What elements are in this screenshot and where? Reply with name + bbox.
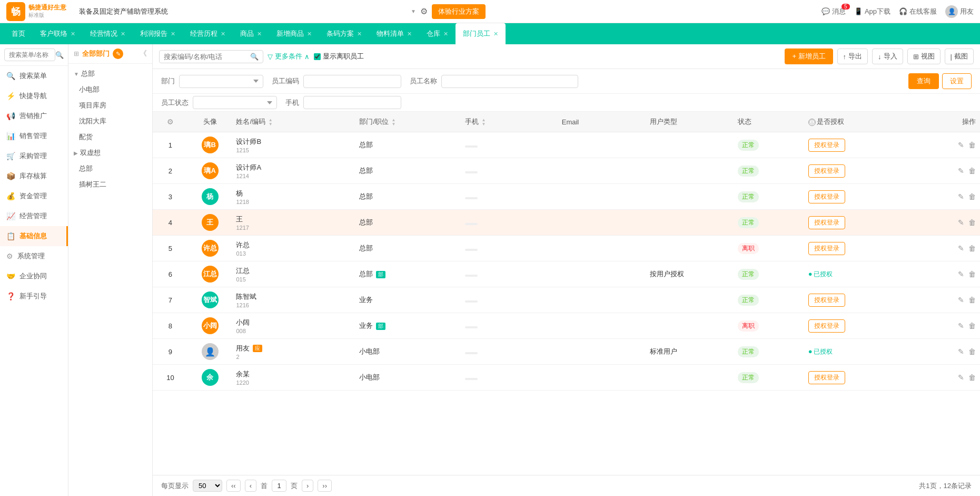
sidebar-item-finance[interactable]: 💰 资金管理 bbox=[0, 186, 68, 206]
search-employee-input[interactable] bbox=[164, 53, 248, 61]
sidebar-item-quicknav[interactable]: ⚡ 快捷导航 bbox=[0, 86, 68, 106]
close-icon[interactable]: ✕ bbox=[443, 31, 448, 37]
sidebar-search[interactable]: 🔍 bbox=[0, 44, 68, 66]
delete-icon[interactable]: 🗑 bbox=[968, 218, 976, 227]
tree-edit-button[interactable]: ✎ bbox=[113, 48, 123, 59]
auth-login-button[interactable]: 授权登录 bbox=[808, 139, 845, 152]
edit-icon[interactable]: ✎ bbox=[958, 167, 964, 175]
trial-button[interactable]: 体验行业方案 bbox=[432, 4, 486, 19]
sidebar-item-system[interactable]: ⚙ 系统管理 bbox=[0, 246, 68, 266]
close-icon[interactable]: ✕ bbox=[357, 31, 362, 37]
auth-login-button[interactable]: 授权登录 bbox=[808, 242, 845, 255]
nav-tab-profit[interactable]: 利润报告 ✕ bbox=[133, 23, 183, 44]
setting-button[interactable]: 设置 bbox=[942, 73, 972, 89]
filter-code-input[interactable] bbox=[303, 75, 401, 88]
export-button[interactable]: ↑ 导出 bbox=[837, 48, 868, 64]
more-button[interactable]: | 截图 bbox=[945, 48, 974, 64]
online-service-button[interactable]: 🎧 在线客服 bbox=[899, 7, 937, 16]
delete-icon[interactable]: 🗑 bbox=[968, 347, 976, 356]
filter-name-input[interactable] bbox=[441, 75, 578, 88]
close-icon[interactable]: ✕ bbox=[221, 31, 225, 37]
delete-icon[interactable]: 🗑 bbox=[968, 373, 976, 382]
sidebar-item-inventory[interactable]: 📦 库存核算 bbox=[0, 166, 68, 186]
delete-icon[interactable]: 🗑 bbox=[968, 270, 976, 278]
page-size-select[interactable]: 50 20 100 bbox=[193, 480, 222, 492]
sidebar-item-search[interactable]: 🔍 搜索菜单 bbox=[0, 66, 68, 86]
nav-tab-journey[interactable]: 经营历程 ✕ bbox=[183, 23, 233, 44]
delete-icon[interactable]: 🗑 bbox=[968, 322, 976, 330]
more-filter-button[interactable]: ▽ 更多条件 ∧ bbox=[268, 52, 310, 61]
nav-tab-home[interactable]: 首页 bbox=[4, 23, 33, 44]
auth-login-button[interactable]: 授权登录 bbox=[808, 319, 845, 333]
auth-login-button[interactable]: 授权登录 bbox=[808, 371, 845, 384]
prev-page-button[interactable]: ‹ bbox=[245, 480, 256, 492]
messages-button[interactable]: 💬 消息 5 bbox=[821, 7, 846, 16]
auth-login-button[interactable]: 授权登录 bbox=[808, 190, 845, 203]
sidebar-item-collab[interactable]: 🤝 企业协同 bbox=[0, 266, 68, 286]
sidebar-item-marketing[interactable]: 📢 营销推广 bbox=[0, 106, 68, 126]
sidebar-item-business[interactable]: 📈 经营管理 bbox=[0, 206, 68, 226]
edit-icon[interactable]: ✎ bbox=[958, 141, 964, 149]
auth-login-button[interactable]: 授权登录 bbox=[808, 164, 845, 178]
edit-icon[interactable]: ✎ bbox=[958, 270, 964, 278]
filter-phone-input[interactable] bbox=[303, 96, 401, 109]
sidebar-search-input[interactable] bbox=[4, 48, 55, 61]
user-avatar-button[interactable]: 👤 用友 bbox=[945, 5, 974, 18]
edit-icon[interactable]: ✎ bbox=[958, 192, 964, 201]
last-page-button[interactable]: ›› bbox=[318, 480, 332, 492]
close-icon[interactable]: ✕ bbox=[121, 31, 125, 37]
gear-button[interactable]: ⚙ bbox=[420, 6, 428, 16]
sidebar-item-guide[interactable]: ❓ 新手引导 bbox=[0, 286, 68, 306]
tree-node-project[interactable]: 项目库房 bbox=[68, 98, 152, 113]
delete-icon[interactable]: 🗑 bbox=[968, 296, 976, 304]
auth-login-button[interactable]: 授权登录 bbox=[808, 294, 845, 307]
nav-tab-employee[interactable]: 部门员工 ✕ bbox=[456, 23, 506, 44]
delete-icon[interactable]: 🗑 bbox=[968, 167, 976, 175]
edit-icon[interactable]: ✎ bbox=[958, 347, 964, 356]
tree-node-root[interactable]: ▼总部 bbox=[68, 66, 152, 82]
delete-icon[interactable]: 🗑 bbox=[968, 244, 976, 252]
system-dropdown-arrow[interactable]: ▼ bbox=[411, 8, 416, 14]
close-icon[interactable]: ✕ bbox=[307, 31, 312, 37]
close-icon[interactable]: ✕ bbox=[171, 31, 175, 37]
first-page-button[interactable]: ‹‹ bbox=[226, 480, 241, 492]
tree-node-zongbu[interactable]: 总部 bbox=[68, 161, 152, 177]
nav-tab-operation[interactable]: 经营情况 ✕ bbox=[83, 23, 133, 44]
search-button[interactable]: 查询 bbox=[908, 73, 939, 89]
th-dept[interactable]: 部门/职位 ▲▼ bbox=[355, 112, 461, 132]
edit-icon[interactable]: ✎ bbox=[958, 244, 964, 252]
nav-tab-new-goods[interactable]: 新增商品 ✕ bbox=[269, 23, 319, 44]
th-name[interactable]: 姓名/编码 ▲▼ bbox=[232, 112, 355, 132]
view-button[interactable]: ⊞ 视图 bbox=[907, 48, 941, 64]
nav-tab-warehouse[interactable]: 仓库 ✕ bbox=[419, 23, 456, 44]
nav-tab-customer[interactable]: 客户联络 ✕ bbox=[33, 23, 83, 44]
filter-status-select[interactable] bbox=[193, 96, 277, 109]
edit-icon[interactable]: ✎ bbox=[958, 296, 964, 304]
app-download-button[interactable]: 📱 App下载 bbox=[854, 7, 890, 16]
add-employee-button[interactable]: + 新增员工 bbox=[785, 48, 833, 64]
close-icon[interactable]: ✕ bbox=[257, 31, 262, 37]
edit-icon[interactable]: ✎ bbox=[958, 373, 964, 382]
edit-icon[interactable]: ✎ bbox=[958, 322, 964, 330]
delete-icon[interactable]: 🗑 bbox=[968, 192, 976, 201]
next-page-button[interactable]: › bbox=[302, 480, 313, 492]
tree-node-shenyang[interactable]: 沈阳大库 bbox=[68, 113, 152, 129]
close-icon[interactable]: ✕ bbox=[407, 31, 412, 37]
import-button[interactable]: ↓ 导入 bbox=[872, 48, 903, 64]
edit-icon[interactable]: ✎ bbox=[958, 218, 964, 227]
nav-tab-barcode[interactable]: 条码方案 ✕ bbox=[319, 23, 369, 44]
tree-collapse-button[interactable]: 《 bbox=[140, 49, 147, 59]
auth-login-button[interactable]: 授权登录 bbox=[808, 216, 845, 229]
close-icon[interactable]: ✕ bbox=[493, 31, 498, 37]
close-icon[interactable]: ✕ bbox=[71, 31, 75, 37]
tree-node-peihuo[interactable]: 配货 bbox=[68, 129, 152, 145]
show-resigned-checkbox[interactable] bbox=[314, 53, 321, 60]
sidebar-item-basic[interactable]: 📋 基础信息 bbox=[0, 226, 68, 246]
tree-node-chushu[interactable]: 插树王二 bbox=[68, 177, 152, 192]
tree-node-shuangxu[interactable]: ▶双虚想 bbox=[68, 145, 152, 161]
filter-dept-select[interactable] bbox=[179, 75, 263, 88]
nav-tab-bom[interactable]: 物料清单 ✕ bbox=[369, 23, 419, 44]
search-submit-icon[interactable]: 🔍 bbox=[250, 53, 259, 61]
settings-icon[interactable]: ⚙ bbox=[167, 118, 174, 126]
th-phone[interactable]: 手机 ▲▼ bbox=[461, 112, 558, 132]
